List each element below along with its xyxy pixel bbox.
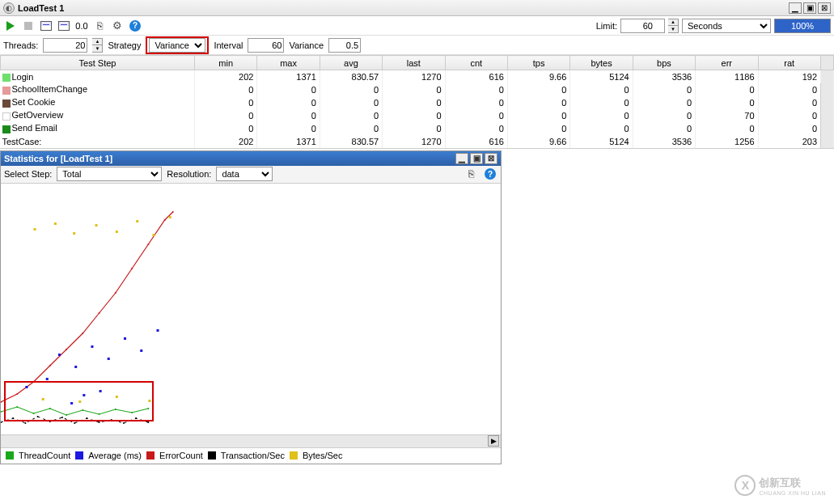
data-cell: 202 [195, 135, 257, 148]
table-vscrollbar[interactable] [821, 70, 834, 148]
data-cell: 0 [320, 122, 382, 135]
limit-input[interactable] [620, 19, 665, 33]
data-cell: 0 [257, 122, 320, 135]
legend-swatch [208, 451, 216, 460]
svg-point-3 [49, 365, 51, 366]
step-name-cell: Send Email [1, 122, 195, 135]
svg-rect-47 [34, 228, 36, 231]
threads-spinner[interactable]: ▲▼ [92, 38, 103, 53]
spin-down-icon[interactable]: ▼ [668, 26, 678, 32]
resolution-select[interactable]: data [216, 167, 273, 181]
watermark: X 创新互联 CHUANG XIN HU LIAN [735, 475, 826, 496]
reset-button[interactable]: 0.0 [74, 19, 89, 33]
statistics-panel: Statistics for [LoadTest 1] ▁ ▣ ⊠ Select… [0, 150, 502, 464]
table-row[interactable]: Login2021371830.5712706169.6651243536118… [1, 70, 834, 83]
svg-point-6 [99, 312, 100, 314]
column-header[interactable]: rat [758, 56, 820, 70]
data-cell: 0 [758, 122, 820, 135]
column-header[interactable]: tps [507, 56, 569, 70]
variance-label: Variance [289, 40, 324, 50]
column-header[interactable]: bytes [570, 56, 633, 70]
strategy-select[interactable]: Variance [149, 38, 205, 53]
column-header[interactable]: last [383, 56, 445, 70]
data-cell: 202 [195, 70, 257, 83]
spin-up-icon[interactable]: ▲ [668, 19, 678, 26]
close-window-icon[interactable]: ⊠ [818, 2, 831, 14]
svg-rect-49 [73, 232, 75, 235]
table-row[interactable]: GetOverview00000000700 [1, 109, 834, 122]
data-cell: 0 [633, 96, 695, 109]
column-header[interactable]: cnt [445, 56, 507, 70]
column-header[interactable]: Test Step [1, 56, 195, 70]
data-cell: 0 [195, 96, 257, 109]
data-cell: 9.66 [507, 70, 569, 83]
limit-unit-select[interactable]: Seconds [682, 19, 771, 33]
settings-button[interactable]: ⚙ [110, 19, 125, 33]
legend-label: Transaction/Sec [221, 451, 285, 460]
chart-hscrollbar[interactable]: ▶ [1, 434, 501, 447]
svg-point-7 [115, 292, 116, 294]
data-cell: 1270 [383, 70, 445, 83]
export-button[interactable]: ⎘ [92, 19, 107, 33]
legend-swatch [75, 451, 83, 460]
step-name-cell: TestCase: [1, 135, 195, 148]
column-header[interactable]: err [696, 56, 758, 70]
loadtest-icon: ◐ [3, 2, 15, 14]
svg-rect-42 [140, 349, 142, 352]
minimize-window-icon[interactable]: ▁ [789, 2, 802, 14]
variance-input[interactable] [328, 38, 361, 53]
data-cell: 1371 [257, 70, 320, 83]
column-header[interactable]: min [195, 56, 257, 70]
svg-rect-48 [54, 222, 57, 225]
stats-help-button[interactable]: ? [483, 167, 497, 181]
maximize-window-icon[interactable]: ▣ [803, 2, 816, 14]
scroll-right-icon[interactable]: ▶ [488, 435, 499, 447]
svg-rect-41 [124, 337, 126, 340]
main-toolbar: 0.0 ⎘ ⚙ ? Limit: ▲▼ Seconds 100% [0, 16, 834, 36]
data-cell: 0 [633, 83, 695, 96]
column-header[interactable]: bps [633, 56, 695, 70]
spin-down-icon[interactable]: ▼ [92, 45, 102, 52]
stats-export-button[interactable]: ⎘ [464, 167, 478, 181]
stats-maximize-icon[interactable]: ▣ [470, 153, 483, 164]
data-cell: 0 [383, 96, 445, 109]
window-titlebar: ◐ LoadTest 1 ▁ ▣ ⊠ [0, 0, 834, 16]
data-cell: 0 [195, 83, 257, 96]
column-header[interactable]: max [257, 56, 320, 70]
chart-area [1, 184, 501, 434]
table-row[interactable]: SchoolItemChange0000000000 [1, 83, 834, 96]
limit-label: Limit: [596, 21, 617, 31]
data-cell: 0 [758, 96, 820, 109]
data-cell: 192 [758, 70, 820, 83]
data-cell: 0 [320, 109, 382, 122]
spin-up-icon[interactable]: ▲ [92, 39, 102, 45]
data-cell: 0 [570, 109, 633, 122]
svg-point-34 [147, 421, 149, 423]
step-name-cell: Set Cookie [1, 96, 195, 109]
help-button[interactable]: ? [128, 19, 142, 33]
run-button[interactable] [3, 19, 18, 33]
column-header[interactable]: avg [320, 56, 382, 70]
interval-input[interactable] [248, 38, 284, 53]
chart-highlight-box [4, 381, 154, 421]
stop-button[interactable] [21, 19, 36, 33]
legend-label: Average (ms) [88, 451, 142, 460]
table-row[interactable]: Set Cookie0000000000 [1, 96, 834, 109]
data-cell: 0 [633, 109, 695, 122]
data-cell: 0 [257, 96, 320, 109]
stats-close-icon[interactable]: ⊠ [485, 153, 497, 164]
limit-spinner[interactable]: ▲▼ [668, 19, 679, 33]
chart1-button[interactable] [39, 19, 53, 33]
data-cell: 0 [507, 122, 569, 135]
svg-point-10 [164, 219, 166, 221]
select-step-select[interactable]: Total [57, 167, 162, 181]
table-row[interactable]: Send Email0000000000 [1, 122, 834, 135]
row-color-swatch [2, 112, 11, 121]
row-color-swatch [2, 74, 11, 82]
data-cell: 0 [383, 109, 445, 122]
threads-input[interactable] [43, 38, 87, 53]
svg-rect-53 [152, 234, 155, 236]
chart2-button[interactable] [57, 19, 71, 33]
stats-minimize-icon[interactable]: ▁ [455, 153, 468, 164]
table-row[interactable]: TestCase:2021371830.5712706169.665124353… [1, 135, 834, 148]
